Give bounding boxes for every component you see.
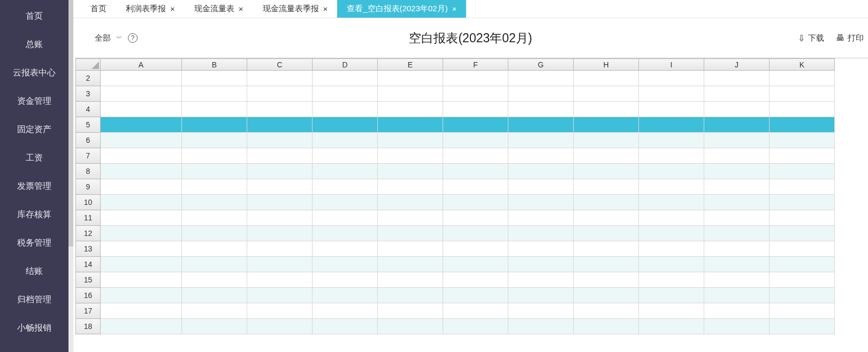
cell-G16[interactable]: [508, 288, 574, 303]
cell-I11[interactable]: [639, 210, 704, 226]
cell-E2[interactable]: [378, 71, 443, 86]
cell-A4[interactable]: [101, 102, 182, 117]
cell-F3[interactable]: [443, 86, 508, 102]
cell-F5[interactable]: [443, 117, 508, 133]
row-header-3[interactable]: 3: [76, 86, 101, 102]
cell-B5[interactable]: [182, 117, 247, 133]
cell-A14[interactable]: [101, 257, 182, 272]
cell-F18[interactable]: [443, 319, 508, 334]
column-header-J[interactable]: J: [704, 59, 770, 71]
cell-B7[interactable]: [182, 148, 247, 164]
cell-G2[interactable]: [508, 71, 574, 86]
cell-E3[interactable]: [378, 86, 443, 102]
cell-D15[interactable]: [313, 272, 378, 288]
cell-K13[interactable]: [770, 241, 835, 257]
cell-E9[interactable]: [378, 179, 443, 195]
cell-F16[interactable]: [443, 288, 508, 303]
cell-B10[interactable]: [182, 195, 247, 210]
sidebar-scrollbar-thumb[interactable]: [68, 0, 73, 247]
sidebar-item-3[interactable]: 资金管理: [0, 87, 68, 116]
cell-C3[interactable]: [247, 86, 313, 102]
column-header-B[interactable]: B: [182, 59, 247, 71]
cell-C2[interactable]: [247, 71, 313, 86]
row-header-12[interactable]: 12: [76, 226, 101, 241]
cell-H18[interactable]: [574, 319, 639, 334]
cell-K4[interactable]: [770, 102, 835, 117]
cell-B13[interactable]: [182, 241, 247, 257]
cell-I14[interactable]: [639, 257, 704, 272]
cell-E10[interactable]: [378, 195, 443, 210]
cell-D9[interactable]: [313, 179, 378, 195]
cell-J16[interactable]: [704, 288, 770, 303]
cell-D18[interactable]: [313, 319, 378, 334]
cell-E6[interactable]: [378, 133, 443, 148]
cell-F15[interactable]: [443, 272, 508, 288]
cell-A10[interactable]: [101, 195, 182, 210]
cell-I12[interactable]: [639, 226, 704, 241]
cell-K2[interactable]: [770, 71, 835, 86]
cell-D3[interactable]: [313, 86, 378, 102]
cell-D13[interactable]: [313, 241, 378, 257]
download-button[interactable]: ⇩ 下载: [798, 33, 824, 43]
cell-K5[interactable]: [770, 117, 835, 133]
cell-E4[interactable]: [378, 102, 443, 117]
cell-H17[interactable]: [574, 303, 639, 319]
cell-H3[interactable]: [574, 86, 639, 102]
spreadsheet[interactable]: ABCDEFGHIJK23456789101112131415161718: [75, 58, 868, 352]
sidebar-item-6[interactable]: 发票管理: [0, 172, 68, 201]
cell-E7[interactable]: [378, 148, 443, 164]
cell-D5[interactable]: [313, 117, 378, 133]
column-header-E[interactable]: E: [378, 59, 443, 71]
cell-A13[interactable]: [101, 241, 182, 257]
row-header-14[interactable]: 14: [76, 257, 101, 272]
cell-C16[interactable]: [247, 288, 313, 303]
cell-H16[interactable]: [574, 288, 639, 303]
cell-B6[interactable]: [182, 133, 247, 148]
select-all-corner[interactable]: [76, 59, 101, 71]
cell-I13[interactable]: [639, 241, 704, 257]
cell-J2[interactable]: [704, 71, 770, 86]
column-header-I[interactable]: I: [639, 59, 704, 71]
row-header-13[interactable]: 13: [76, 241, 101, 257]
column-header-H[interactable]: H: [574, 59, 639, 71]
row-header-8[interactable]: 8: [76, 164, 101, 179]
cell-K18[interactable]: [770, 319, 835, 334]
row-header-18[interactable]: 18: [76, 319, 101, 334]
cell-E14[interactable]: [378, 257, 443, 272]
sidebar-item-4[interactable]: 固定资产: [0, 116, 68, 144]
cell-H6[interactable]: [574, 133, 639, 148]
cell-A3[interactable]: [101, 86, 182, 102]
cell-H10[interactable]: [574, 195, 639, 210]
cell-G14[interactable]: [508, 257, 574, 272]
cell-K3[interactable]: [770, 86, 835, 102]
cell-A8[interactable]: [101, 164, 182, 179]
sidebar-item-10[interactable]: 归档管理: [0, 286, 68, 314]
cell-F8[interactable]: [443, 164, 508, 179]
cell-E16[interactable]: [378, 288, 443, 303]
cell-H4[interactable]: [574, 102, 639, 117]
cell-H7[interactable]: [574, 148, 639, 164]
cell-D17[interactable]: [313, 303, 378, 319]
cell-I15[interactable]: [639, 272, 704, 288]
cell-A5[interactable]: [101, 117, 182, 133]
cell-F10[interactable]: [443, 195, 508, 210]
cell-K6[interactable]: [770, 133, 835, 148]
cell-G8[interactable]: [508, 164, 574, 179]
cell-F9[interactable]: [443, 179, 508, 195]
row-header-10[interactable]: 10: [76, 195, 101, 210]
cell-C9[interactable]: [247, 179, 313, 195]
cell-K8[interactable]: [770, 164, 835, 179]
cell-K9[interactable]: [770, 179, 835, 195]
cell-E11[interactable]: [378, 210, 443, 226]
cell-E13[interactable]: [378, 241, 443, 257]
cell-A11[interactable]: [101, 210, 182, 226]
cell-B15[interactable]: [182, 272, 247, 288]
cell-E18[interactable]: [378, 319, 443, 334]
sidebar-item-7[interactable]: 库存核算: [0, 201, 68, 229]
cell-E17[interactable]: [378, 303, 443, 319]
cell-K11[interactable]: [770, 210, 835, 226]
filter-dropdown-label[interactable]: 全部: [95, 33, 111, 43]
cell-J15[interactable]: [704, 272, 770, 288]
close-icon[interactable]: ×: [239, 5, 243, 13]
cell-H2[interactable]: [574, 71, 639, 86]
